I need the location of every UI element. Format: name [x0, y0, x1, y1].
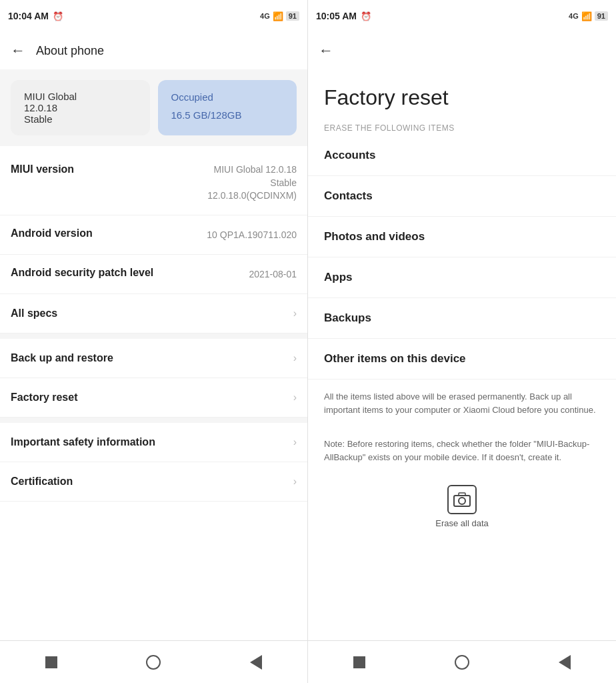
- left-back-icon: [250, 655, 262, 670]
- miui-info-card: MIUI Global 12.0.18 Stable: [11, 80, 150, 135]
- storage-label: Occupied: [171, 91, 213, 103]
- android-version-row: Android version 10 QP1A.190711.020: [0, 215, 307, 255]
- erase-all-icon: [447, 485, 477, 514]
- erase-all-label: Erase all data: [435, 518, 489, 528]
- right-scroll-area: Accounts Contacts Photos and videos Apps…: [308, 135, 616, 640]
- left-nav-back[interactable]: [245, 652, 267, 673]
- factory-reset-label: Factory reset: [11, 392, 78, 404]
- right-time: 10:05 AM: [316, 11, 357, 21]
- right-panel: 10:05 AM ⏰ 4G 📶 91 ← Factory reset ERASE…: [308, 0, 616, 683]
- right-nav-back[interactable]: [554, 652, 575, 673]
- right-battery: 91: [595, 11, 608, 21]
- factory-reset-row[interactable]: Factory reset ›: [0, 378, 307, 418]
- right-status-icons: 4G 📶 91: [569, 11, 608, 21]
- all-specs-chevron: ›: [293, 307, 297, 319]
- certification-label: Certification: [11, 476, 73, 488]
- backup-restore-chevron: ›: [293, 352, 297, 364]
- left-scroll-area: MIUI version MIUI Global 12.0.18Stable12…: [0, 151, 307, 640]
- android-patch-value: 2021-08-01: [249, 269, 297, 279]
- section-divider-2: [0, 418, 307, 423]
- left-recent-icon: [45, 656, 57, 668]
- safety-info-chevron: ›: [293, 436, 297, 448]
- right-recent-icon: [353, 656, 365, 668]
- left-back-button[interactable]: ←: [11, 42, 25, 59]
- right-alarm-icon: ⏰: [361, 11, 371, 21]
- erase-accounts: Accounts: [308, 135, 616, 176]
- erase-svg-icon: [453, 492, 471, 507]
- svg-rect-2: [459, 493, 465, 496]
- erase-apps: Apps: [308, 257, 616, 298]
- miui-title: MIUI Global: [24, 91, 137, 102]
- left-status-bar: 10:04 AM ⏰ 4G 📶 91: [0, 0, 307, 32]
- left-home-icon: [146, 655, 161, 670]
- android-version-value: 10 QP1A.190711.020: [207, 229, 297, 240]
- factory-reset-chevron: ›: [293, 392, 297, 404]
- safety-info-label: Important safety information: [11, 436, 155, 448]
- miui-version-row: MIUI version MIUI Global 12.0.18Stable12…: [0, 151, 307, 215]
- miui-stable: Stable: [24, 113, 137, 125]
- left-nav-recent[interactable]: [41, 652, 62, 673]
- android-patch-label: Android security patch level: [11, 267, 153, 279]
- backup-restore-row[interactable]: Back up and restore ›: [0, 339, 307, 378]
- right-nav-home[interactable]: [451, 652, 473, 673]
- right-home-icon: [455, 655, 469, 670]
- android-patch-row: Android security patch level 2021-08-01: [0, 255, 307, 294]
- all-specs-row[interactable]: All specs ›: [0, 294, 307, 333]
- left-panel: 10:04 AM ⏰ 4G 📶 91 ← About phone MIUI Gl…: [0, 0, 308, 683]
- erase-backups: Backups: [308, 298, 616, 339]
- miui-version-value: MIUI Global 12.0.18Stable12.0.18.0(QCDIN…: [207, 163, 297, 203]
- right-top-bar: ←: [308, 32, 616, 69]
- factory-reset-title: Factory reset: [308, 69, 616, 118]
- miui-version: 12.0.18: [24, 102, 137, 113]
- left-signal-bars: 📶: [273, 11, 283, 21]
- android-version-label: Android version: [11, 227, 93, 239]
- right-back-icon: [559, 655, 571, 670]
- storage-value: 16.5 GB/128GB: [171, 103, 242, 123]
- erase-all-button[interactable]: Erase all data: [308, 474, 616, 539]
- miui-version-label: MIUI version: [11, 163, 74, 175]
- section-divider-1: [0, 333, 307, 339]
- warning-text-1: All the items listed above will be erase…: [308, 380, 616, 427]
- left-page-title: About phone: [36, 44, 104, 58]
- left-nav-home[interactable]: [143, 652, 164, 673]
- right-bottom-nav: [308, 640, 616, 683]
- right-nav-recent[interactable]: [349, 652, 370, 673]
- certification-chevron: ›: [293, 476, 297, 488]
- left-4g-icon: 4G: [260, 12, 270, 20]
- miui-card-section: MIUI Global 12.0.18 Stable Occupied 16.5…: [0, 69, 307, 146]
- certification-row[interactable]: Certification ›: [0, 462, 307, 502]
- right-back-button[interactable]: ←: [319, 42, 333, 59]
- erase-photos-videos: Photos and videos: [308, 217, 616, 257]
- all-specs-label: All specs: [11, 307, 57, 319]
- erase-subtitle: ERASE THE FOLLOWING ITEMS: [308, 118, 616, 135]
- right-status-bar: 10:05 AM ⏰ 4G 📶 91: [308, 0, 616, 32]
- right-4g-icon: 4G: [569, 12, 579, 20]
- warning-text-2: Note: Before restoring items, check whet…: [308, 427, 616, 474]
- left-alarm-icon: ⏰: [53, 11, 63, 21]
- erase-contacts: Contacts: [308, 176, 616, 217]
- storage-card: Occupied 16.5 GB/128GB: [158, 80, 297, 135]
- erase-other-items: Other items on this device: [308, 339, 616, 380]
- left-bottom-nav: [0, 640, 307, 683]
- svg-point-1: [459, 498, 465, 504]
- safety-info-row[interactable]: Important safety information ›: [0, 423, 307, 462]
- left-top-bar: ← About phone: [0, 32, 307, 69]
- backup-restore-label: Back up and restore: [11, 352, 113, 364]
- right-signal-bars: 📶: [581, 11, 592, 21]
- left-status-icons: 4G 📶 91: [260, 11, 299, 21]
- left-battery: 91: [286, 11, 299, 21]
- left-time: 10:04 AM: [8, 11, 49, 21]
